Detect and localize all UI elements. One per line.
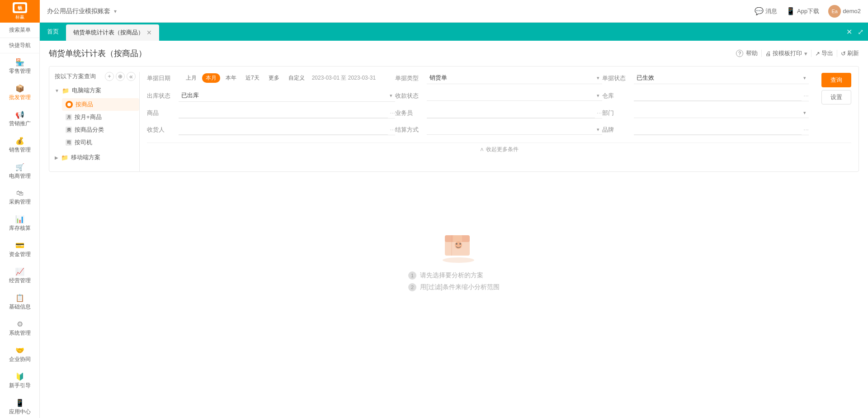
doc-type-select[interactable]: 销货单 ▾ (427, 72, 602, 84)
sidebar-item-cooperation[interactable]: 🤝 企业协同 (0, 342, 39, 368)
scheme-item-by-category[interactable]: 类 按商品分类 (62, 124, 139, 136)
tab-close-all-button[interactable]: ✕ (845, 27, 853, 37)
step-2-number: 2 (408, 283, 416, 291)
brand-dots[interactable]: ··· (803, 126, 809, 133)
svg-point-8 (456, 243, 458, 245)
date-range-value: 2023-03-01 至 2023-03-31 (312, 74, 376, 82)
sidebar-item-guide[interactable]: 🔰 新手引导 (0, 368, 39, 394)
out-status-arrow: ▾ (390, 93, 392, 99)
scheme-group-desktop-title[interactable]: ▼ 📁 电脑端方案 (55, 86, 139, 95)
doc-type-label: 单据类型 (395, 74, 427, 82)
recipient-dots[interactable]: ··· (390, 126, 395, 133)
sidebar-item-appcenter[interactable]: 📱 应用中心 (0, 394, 39, 418)
tab-close-button[interactable]: ✕ (146, 29, 152, 36)
refresh-button[interactable]: ↺ 刷新 (841, 49, 859, 57)
svg-point-2 (67, 103, 71, 106)
page-header: 销货单统计计表（按商品） ? 帮助 🖨 按模板打印 ▾ ↗ (49, 48, 859, 59)
scheme-item-by-product[interactable]: 按商品 (62, 98, 139, 111)
sidebar-item-finance[interactable]: 💳 资金管理 (0, 237, 39, 263)
salesman-dots[interactable]: ··· (597, 109, 602, 116)
divider-3 (837, 50, 837, 57)
scheme-collapse-button[interactable]: « (127, 72, 136, 81)
app-download-button[interactable]: 📱 App下载 (786, 7, 819, 15)
date-tab-custom[interactable]: 自定义 (285, 73, 308, 83)
tab-restore-button[interactable]: ⤢ (857, 27, 864, 37)
sidebar-search[interactable]: 搜索菜单 (0, 23, 39, 38)
collapse-more-conditions[interactable]: ∧ 收起更多条件 (147, 142, 851, 156)
date-tab-7days[interactable]: 近7天 (242, 73, 263, 83)
topbar-dropdown-arrow[interactable]: ▾ (114, 8, 117, 14)
date-tab-this-year[interactable]: 本年 (222, 73, 240, 83)
mobile-group-arrow: ▶ (55, 155, 58, 160)
settlement-arrow: ▾ (597, 127, 599, 133)
filter-item-warehouse: 仓库 ··· (602, 90, 809, 101)
sidebar-item-purchase[interactable]: 🛍 采购管理 (0, 185, 39, 210)
scheme-group-mobile-title[interactable]: ▶ 📁 移动端方案 (55, 152, 139, 162)
refresh-icon: ↺ (841, 50, 846, 57)
doc-status-select[interactable]: 已生效 ▾ (634, 72, 809, 84)
sidebar-item-inventory[interactable]: 📊 库存核算 (0, 210, 39, 237)
department-arrow: ▾ (803, 110, 806, 116)
sidebar-item-ecommerce[interactable]: 🛒 电商管理 (0, 158, 39, 185)
settlement-label: 结算方式 (395, 126, 427, 134)
marketing-icon: 📢 (15, 110, 24, 119)
template-print-button[interactable]: 🖨 按模板打印 ▾ (765, 49, 807, 57)
payment-status-select[interactable]: ▾ (427, 91, 602, 101)
query-buttons: 查询 设置 (816, 72, 851, 141)
sidebar-quick-nav[interactable]: 快捷导航 (0, 38, 39, 53)
filter-container: 按以下方案查询 + ⊕ « ▼ 📁 电脑端方案 (49, 66, 859, 172)
doc-status-value: 已生效 (637, 74, 804, 82)
sidebar-item-operation[interactable]: 📈 经营管理 (0, 263, 39, 289)
tab-home[interactable]: 首页 (40, 23, 66, 41)
empty-step-2: 2 用[过滤]条件来缩小分析范围 (408, 283, 500, 291)
app-logo[interactable]: 畅 标赢 (0, 0, 40, 23)
date-tab-more[interactable]: 更多 (265, 73, 283, 83)
sidebar-item-wholesale[interactable]: 📦 批发管理 (0, 80, 39, 106)
sidebar-item-retail[interactable]: 🏪 零售管理 (0, 53, 39, 80)
filter-item-date: 单据日期 上月 本月 本年 近7天 更多 自定义 (147, 73, 395, 83)
message-button[interactable]: 💬 消息 (755, 7, 777, 15)
sidebar-item-marketing[interactable]: 📢 营销推广 (0, 106, 39, 132)
settings-button[interactable]: 设置 (821, 90, 851, 104)
topbar: 办公用品行业模拟账套 ▾ 💬 消息 📱 App下载 Ea demo2 (40, 0, 868, 23)
help-button[interactable]: ? 帮助 (736, 49, 758, 57)
scheme-item-icon-by-product (66, 101, 73, 108)
scheme-copy-button[interactable]: ⊕ (116, 72, 125, 81)
page-content-area: 销货单统计计表（按商品） ? 帮助 🖨 按模板打印 ▾ ↗ (40, 41, 868, 418)
ecommerce-icon: 🛒 (15, 163, 24, 171)
search-menu-label[interactable]: 搜索菜单 (9, 27, 31, 33)
sidebar-item-system[interactable]: ⚙ 系统管理 (0, 315, 39, 342)
warehouse-label: 仓库 (602, 92, 634, 100)
page-content: 销货单统计计表（按商品） ? 帮助 🖨 按模板打印 ▾ ↗ (40, 41, 868, 418)
folder-icon: 📁 (62, 87, 69, 94)
print-dropdown-arrow[interactable]: ▾ (804, 50, 807, 57)
brand-input[interactable] (634, 124, 802, 135)
user-profile[interactable]: Ea demo2 (828, 5, 861, 18)
settlement-select[interactable]: ▾ (427, 125, 602, 135)
step-1-number: 1 (408, 271, 416, 280)
export-button[interactable]: ↗ 导出 (815, 49, 833, 57)
scheme-add-button[interactable]: + (105, 72, 114, 81)
topbar-right: 💬 消息 📱 App下载 Ea demo2 (755, 5, 861, 18)
message-icon: 💬 (755, 7, 764, 15)
department-select[interactable]: ▾ (634, 108, 809, 118)
tab-stats[interactable]: 销货单统计计表（按商品） ✕ (66, 24, 159, 41)
out-status-select[interactable]: 已出库 ▾ (179, 90, 395, 102)
product-dots[interactable]: ··· (390, 109, 395, 116)
warehouse-input[interactable] (634, 90, 802, 101)
date-tab-last-month[interactable]: 上月 (182, 73, 200, 83)
divider-1 (761, 50, 762, 57)
date-tab-this-month[interactable]: 本月 (202, 73, 220, 83)
warehouse-dots[interactable]: ··· (803, 92, 809, 99)
salesman-input[interactable] (427, 107, 595, 118)
query-button[interactable]: 查询 (821, 73, 851, 87)
sidebar-item-sales[interactable]: 💰 销售管理 (0, 132, 39, 158)
main-area: 办公用品行业模拟账套 ▾ 💬 消息 📱 App下载 Ea demo2 首页 (40, 0, 868, 418)
quick-nav-label[interactable]: 快捷导航 (9, 42, 31, 48)
scheme-item-by-machine[interactable]: 司 按司机 (62, 136, 139, 149)
scheme-item-icon-by-machine: 司 (66, 139, 72, 146)
sidebar-item-basic[interactable]: 📋 基础信息 (0, 289, 39, 315)
product-input[interactable] (179, 107, 388, 118)
scheme-item-by-month-product[interactable]: 月 按月+商品 (62, 111, 139, 124)
recipient-input[interactable] (179, 124, 388, 135)
